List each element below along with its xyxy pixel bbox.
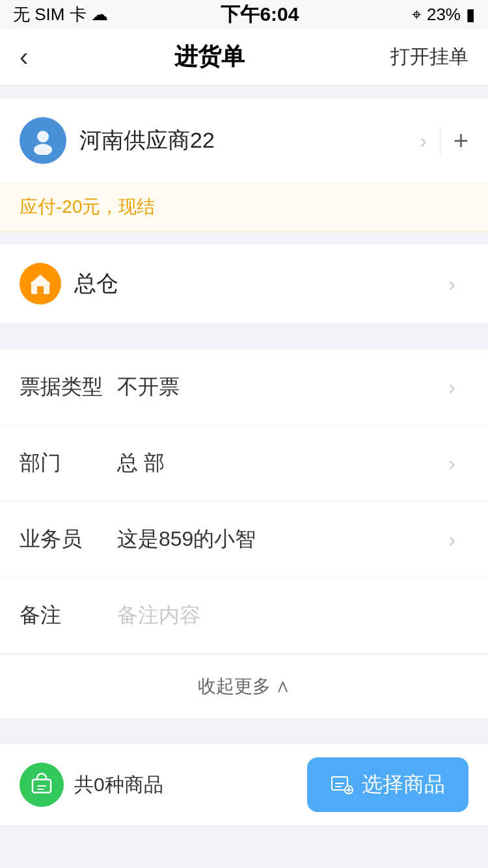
supplier-row[interactable]: 河南供应商22 › +	[0, 99, 488, 183]
department-chevron-icon: ›	[448, 452, 455, 476]
svg-point-0	[37, 131, 49, 142]
battery-bar: ▮	[466, 5, 475, 25]
svg-point-1	[34, 144, 52, 155]
salesperson-label: 业务员	[20, 525, 111, 554]
warehouse-chevron-icon: ›	[448, 272, 455, 296]
salesperson-value: 这是859的小智	[111, 525, 448, 554]
ticket-type-value: 不开票	[111, 373, 448, 401]
bottom-bar: 共0种商品 选择商品	[0, 744, 488, 825]
back-button[interactable]: ‹	[20, 42, 28, 72]
warehouse-name: 总仓	[74, 269, 448, 299]
battery-label: 23%	[427, 5, 461, 25]
collapse-row[interactable]: 收起更多 ∧	[0, 654, 488, 718]
nav-bar: ‹ 进货单 打开挂单	[0, 29, 488, 86]
product-count-label: 共0种商品	[74, 772, 163, 798]
ticket-type-row[interactable]: 票据类型 不开票 ›	[0, 349, 488, 426]
warehouse-divider	[0, 323, 488, 336]
warehouse-row[interactable]: 总仓 ›	[0, 245, 488, 323]
salesperson-row[interactable]: 业务员 这是859的小智 ›	[0, 502, 488, 578]
supplier-name: 河南供应商22	[79, 126, 420, 156]
collapse-label: 收起更多 ∧	[198, 674, 291, 699]
select-product-label: 选择商品	[362, 770, 445, 799]
sim-label: 无 SIM 卡 ☁	[13, 3, 108, 26]
select-product-button[interactable]: 选择商品	[307, 757, 468, 812]
supplier-chevron-icon: ›	[420, 129, 427, 153]
status-time: 下午6:04	[221, 1, 299, 28]
warehouse-icon	[20, 263, 61, 305]
page-title: 进货单	[174, 41, 245, 73]
status-left: 无 SIM 卡 ☁	[13, 3, 108, 26]
notice-bar: 应付-20元，现结	[0, 183, 488, 232]
form-section: 票据类型 不开票 › 部门 总 部 › 业务员 这是859的小智 › 备注 备注…	[0, 349, 488, 718]
battery-icon: ⌖	[412, 5, 422, 25]
product-count-wrapper: 共0种商品	[20, 763, 163, 807]
product-icon-circle	[20, 763, 64, 807]
remark-label: 备注	[20, 601, 111, 630]
svg-rect-4	[37, 286, 44, 294]
svg-marker-3	[30, 275, 51, 284]
open-pending-button[interactable]: 打开挂单	[390, 44, 468, 70]
ticket-type-label: 票据类型	[20, 373, 111, 401]
ticket-type-chevron-icon: ›	[448, 375, 455, 400]
notice-divider	[0, 232, 488, 245]
top-divider	[0, 86, 488, 99]
remark-input[interactable]: 备注内容	[111, 601, 468, 630]
supplier-avatar	[20, 117, 66, 164]
add-supplier-button[interactable]: +	[440, 126, 468, 156]
status-bar: 无 SIM 卡 ☁ 下午6:04 ⌖ 23% ▮	[0, 0, 488, 29]
department-label: 部门	[20, 449, 111, 478]
notice-text: 应付-20元，现结	[20, 197, 155, 217]
bottom-divider	[0, 718, 488, 731]
salesperson-chevron-icon: ›	[448, 528, 455, 552]
department-value: 总 部	[111, 449, 448, 478]
remark-row[interactable]: 备注 备注内容	[0, 578, 488, 654]
department-row[interactable]: 部门 总 部 ›	[0, 426, 488, 502]
status-right: ⌖ 23% ▮	[412, 5, 475, 25]
